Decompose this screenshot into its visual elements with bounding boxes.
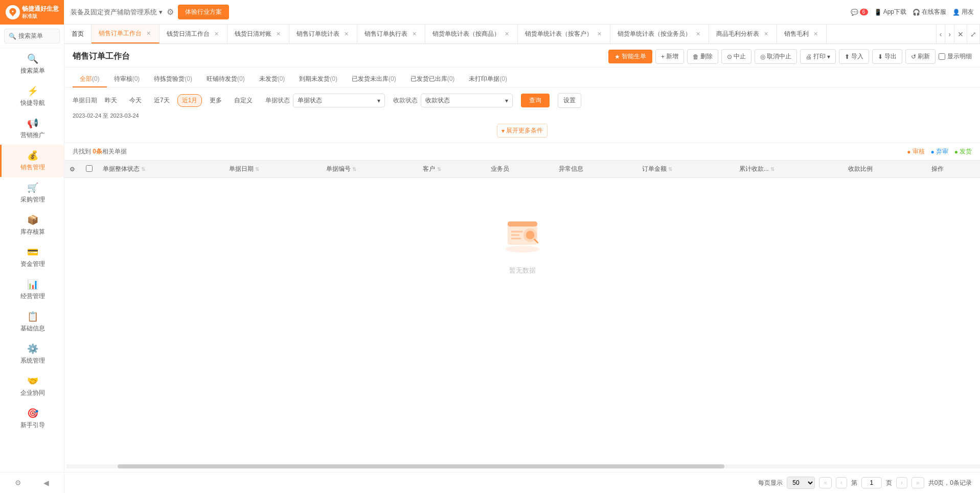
prev-page-btn[interactable]: ‹: [836, 477, 847, 488]
query-btn[interactable]: 查询: [521, 94, 550, 107]
import-btn[interactable]: ⬆ 导入: [839, 49, 869, 64]
tab-goods-stat-product[interactable]: 销货单统计表（按商品）✕: [425, 25, 518, 43]
online-support-link[interactable]: 🎧 在线客服: [913, 8, 946, 16]
sidebar-item-purchase[interactable]: 🛒 采购管理: [0, 177, 64, 209]
sub-tab-pending-inspect[interactable]: 待拣货验货(0): [147, 72, 199, 87]
tab-sales-exec[interactable]: 销售订单执行表✕: [357, 25, 425, 43]
delete-btn[interactable]: 🗑 删除: [687, 49, 718, 64]
ship-action[interactable]: ● 发货: [954, 147, 972, 156]
sidebar-item-base-info[interactable]: 📋 基础信息: [0, 306, 64, 338]
sub-tab-pending-review[interactable]: 待审核(0): [107, 72, 147, 87]
th-amount[interactable]: 订单金额 ⇅: [637, 161, 734, 178]
date-option-昨天[interactable]: 昨天: [100, 94, 122, 107]
collapse-icon[interactable]: ◀: [41, 477, 51, 489]
tab-close-sales-stat[interactable]: ✕: [343, 31, 350, 38]
app-download-link[interactable]: 📱 App下载: [874, 8, 906, 16]
tab-goods-margin[interactable]: 商品毛利分析表✕: [709, 25, 777, 43]
tab-sales-stat[interactable]: 销售订单统计表✕: [289, 25, 357, 43]
show-detail-checkbox[interactable]: 显示明细: [939, 52, 972, 61]
tab-close-sales-workbench[interactable]: ✕: [145, 30, 152, 37]
setting-btn[interactable]: 设置: [558, 93, 581, 108]
gear-icon[interactable]: ⚙: [167, 7, 174, 17]
first-page-btn[interactable]: «: [819, 477, 832, 488]
tab-maximize[interactable]: ⤢: [967, 25, 980, 43]
cancel-suspend-btn[interactable]: ◎ 取消中止: [755, 49, 797, 64]
settings-bottom-icon[interactable]: ⚙: [13, 477, 24, 489]
th-customer[interactable]: 客户 ⇅: [418, 161, 485, 178]
tab-sales-workbench[interactable]: 销售订单工作台✕: [92, 25, 159, 43]
date-option-自定义[interactable]: 自定义: [230, 94, 257, 107]
sub-tab-overdue-not-shipped[interactable]: 到期未发货(0): [292, 72, 345, 87]
add-btn[interactable]: + 新增: [655, 49, 684, 64]
date-option-近1月[interactable]: 近1月: [177, 94, 202, 107]
sub-tab-not-shipped[interactable]: 未发货(0): [252, 72, 292, 87]
tab-close-cash-daily[interactable]: ✕: [213, 31, 220, 38]
print-btn[interactable]: 🖨 打印 ▾: [800, 49, 836, 64]
revoke-action[interactable]: ● 弃审: [931, 147, 948, 156]
message-icon-area[interactable]: 💬 6: [851, 9, 868, 16]
expand-btn[interactable]: ▾ 展开更多条件: [497, 124, 548, 138]
tab-cash-daily[interactable]: 钱货日清工作台✕: [159, 25, 227, 43]
th-status[interactable]: 单据整体状态 ⇅: [98, 161, 224, 178]
print-icon: 🖨: [806, 53, 812, 60]
sub-tab-all[interactable]: 全部(0): [73, 72, 107, 87]
sub-tab-not-printed[interactable]: 未打印单据(0): [462, 72, 514, 87]
search-menu-button[interactable]: 🔍 搜索菜单: [4, 29, 60, 43]
date-option-更多[interactable]: 更多: [205, 94, 226, 107]
sub-tab-shipped-out[interactable]: 已发货已出库(0): [403, 72, 462, 87]
sidebar-item-guide[interactable]: 🎯 新手引导: [0, 402, 64, 435]
th-settings[interactable]: ⚙: [64, 161, 81, 178]
tab-close-goods-stat-product[interactable]: ✕: [503, 31, 510, 38]
tab-scroll-right[interactable]: ›: [945, 25, 954, 43]
date-option-今天[interactable]: 今天: [125, 94, 146, 107]
tab-close-cash-reconcile[interactable]: ✕: [275, 31, 282, 38]
review-action[interactable]: ● 审核: [907, 147, 924, 156]
tab-close-sales-exec[interactable]: ✕: [411, 31, 418, 38]
tab-close-sales-profit[interactable]: ✕: [812, 31, 819, 38]
next-page-btn[interactable]: ›: [896, 477, 907, 488]
tab-goods-stat-customer[interactable]: 销货单统计表（按客户）✕: [518, 25, 610, 43]
sidebar-item-enterprise[interactable]: 🤝 企业协同: [0, 370, 64, 402]
sub-tab-wangpu-pending[interactable]: 旺铺待发货(0): [199, 72, 252, 87]
show-detail-input[interactable]: [939, 53, 945, 60]
horizontal-scrollbar-thumb[interactable]: [118, 464, 724, 468]
sidebar-item-marketing[interactable]: 📢 营销推广: [0, 113, 64, 145]
sidebar-item-quick-nav[interactable]: ⚡ 快捷导航: [0, 80, 64, 113]
status-select[interactable]: 单据状态 ▾: [293, 94, 385, 107]
select-all-checkbox[interactable]: [86, 165, 93, 172]
sidebar-item-inventory[interactable]: 📦 库存核算: [0, 209, 64, 241]
last-page-btn[interactable]: »: [911, 477, 924, 488]
user-area[interactable]: 👤 用友: [952, 8, 974, 16]
sidebar-item-label-marketing: 营销推广: [20, 131, 45, 140]
th-checkbox[interactable]: [81, 161, 98, 178]
suspend-btn[interactable]: ⊙ 中止: [721, 49, 751, 64]
th-date[interactable]: 单据日期 ⇅: [224, 161, 321, 178]
date-option-近7天[interactable]: 近7天: [149, 94, 174, 107]
sub-tab-shipped-not-out[interactable]: 已发货未出库(0): [345, 72, 403, 87]
tab-home[interactable]: 首页: [64, 25, 92, 43]
page-input[interactable]: [861, 477, 882, 488]
system-title-dropdown[interactable]: 装备及固定资产辅助管理系统 ▾: [71, 8, 163, 17]
tab-close-all[interactable]: ✕: [954, 25, 967, 43]
tab-close-goods-stat-customer[interactable]: ✕: [596, 31, 603, 38]
tab-goods-stat-staff[interactable]: 销货单统计表（按业务员）✕: [610, 25, 709, 43]
per-page-select[interactable]: 50 10 20 100: [787, 477, 815, 489]
sidebar-item-system[interactable]: ⚙️ 系统管理: [0, 338, 64, 370]
tab-cash-reconcile[interactable]: 钱货日清对账✕: [227, 25, 289, 43]
th-number[interactable]: 单据编号 ⇅: [321, 161, 418, 178]
smart-create-btn[interactable]: ★ 智能生单: [608, 50, 652, 63]
tab-close-goods-margin[interactable]: ✕: [762, 31, 769, 38]
sidebar-item-sales[interactable]: 💰 销售管理: [0, 145, 64, 177]
tab-close-goods-stat-staff[interactable]: ✕: [694, 31, 701, 38]
refresh-btn[interactable]: ↺ 刷新: [905, 49, 936, 64]
export-btn[interactable]: ⬇ 导出: [872, 49, 902, 64]
payment-select[interactable]: 收款状态 ▾: [421, 94, 513, 107]
sidebar-item-operation[interactable]: 📊 经营管理: [0, 274, 64, 306]
result-count: 0条: [93, 148, 102, 155]
sidebar-item-finance[interactable]: 💳 资金管理: [0, 241, 64, 274]
tab-scroll-left[interactable]: ‹: [937, 25, 946, 43]
industry-btn[interactable]: 体验行业方案: [178, 5, 229, 19]
sidebar-item-search[interactable]: 🔍 搜索菜单: [0, 48, 64, 80]
tab-sales-profit[interactable]: 销售毛利✕: [777, 25, 827, 43]
th-collected[interactable]: 累计收款... ⇅: [734, 161, 844, 178]
